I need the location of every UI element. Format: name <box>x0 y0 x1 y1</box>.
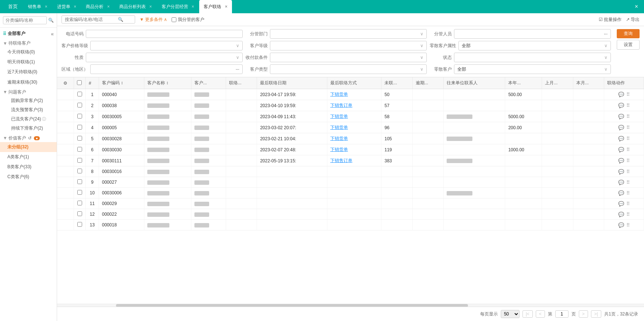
grid-action-icon[interactable]: ⠿ <box>626 201 630 207</box>
row-checkbox[interactable] <box>77 103 82 107</box>
tab-customer-segment[interactable]: 客户分层经营 × <box>157 0 199 13</box>
chat-icon[interactable]: 💬 <box>618 158 624 163</box>
page-size-select[interactable]: 50 100 200 <box>501 310 520 318</box>
sidebar-search-icon[interactable]: 🔍 <box>48 18 54 23</box>
customer-level-select[interactable]: ∨ <box>270 41 427 50</box>
sidebar-item-tomorrow[interactable]: 明天待联络(1) <box>0 57 57 67</box>
chat-icon[interactable]: 💬 <box>618 147 624 152</box>
sidebar-item-group-b[interactable]: B类客户(33) <box>0 162 57 172</box>
filter-search-box[interactable]: 🔍 <box>61 15 135 24</box>
row-checkbox[interactable] <box>77 114 82 119</box>
grid-action-icon[interactable]: ⠿ <box>626 147 630 152</box>
dept-select[interactable]: ∨ <box>270 29 427 39</box>
region-select[interactable]: ··· <box>90 64 243 74</box>
first-page-btn[interactable]: |< <box>522 310 533 318</box>
phone-input[interactable] <box>86 30 243 38</box>
sidebar-item-overdue[interactable]: 逾期未联络(30) <box>0 77 57 87</box>
chat-icon[interactable]: 💬 <box>618 169 624 174</box>
th-code[interactable]: 客户编码 ↕ <box>99 77 144 89</box>
row-checkbox[interactable] <box>77 169 82 173</box>
batch-ops-btn[interactable]: ☑ 批量操作 <box>599 17 622 23</box>
filter-search-input[interactable] <box>65 17 116 22</box>
row-checkbox[interactable] <box>77 211 82 216</box>
refresh-icon[interactable]: ↺ <box>28 135 32 141</box>
query-button[interactable]: 查询 <box>617 29 640 38</box>
sidebar-item-lost[interactable]: 已流失客户(24) ⓘ <box>0 114 57 124</box>
tab-customer-contact[interactable]: 客户联络 × <box>199 0 232 13</box>
chat-icon[interactable]: 💬 <box>618 222 624 228</box>
nature-select[interactable]: ∨ <box>86 53 243 62</box>
grid-action-icon[interactable]: ⠿ <box>626 103 630 108</box>
manager-select[interactable]: ··· <box>454 29 611 39</box>
grid-action-icon[interactable]: ⠿ <box>626 190 630 196</box>
tab-sales[interactable]: 销售单 × <box>24 0 52 13</box>
chat-icon[interactable]: 💬 <box>618 190 624 196</box>
row-checkbox[interactable] <box>77 125 82 130</box>
sidebar-item-abnormal[interactable]: 固购异常客户(2) <box>0 96 57 105</box>
sidebar-item-group-a[interactable]: A类客户(1) <box>0 152 57 162</box>
filter-search-icon[interactable]: 🔍 <box>118 17 123 22</box>
th-name[interactable]: 客户名称 ↕ <box>144 77 191 89</box>
row-checkbox[interactable] <box>77 201 82 205</box>
chat-icon[interactable]: 💬 <box>618 92 624 97</box>
close-analysis-list-tab[interactable]: × <box>149 4 152 9</box>
customer-type-select[interactable]: ∨ <box>270 64 427 74</box>
th-settings[interactable]: ⚙ <box>57 77 74 89</box>
grid-action-icon[interactable]: ⠿ <box>626 169 630 174</box>
close-all-btn[interactable]: × <box>632 3 641 10</box>
status-select[interactable]: ∨ <box>454 53 611 62</box>
row-checkbox[interactable] <box>77 136 82 141</box>
sidebar-item-week[interactable]: 近7天待联络(0) <box>0 67 57 77</box>
row-checkbox[interactable] <box>77 190 82 195</box>
sidebar-search-input[interactable] <box>3 16 47 24</box>
grid-action-icon[interactable]: ⠿ <box>626 212 630 217</box>
sidebar-item-churn-risk[interactable]: 流失预警客户(3) <box>0 105 57 114</box>
chat-icon[interactable]: 💬 <box>618 136 624 141</box>
row-checkbox[interactable] <box>77 158 82 163</box>
tab-analysis-list[interactable]: 商品分析列表 × <box>115 0 156 13</box>
reset-button[interactable]: 设置 <box>617 40 640 50</box>
prev-page-btn[interactable]: < <box>536 310 545 318</box>
sidebar-item-declining[interactable]: 持续下滑客户(2) <box>0 124 57 133</box>
chat-icon[interactable]: 💬 <box>618 212 624 217</box>
row-checkbox[interactable] <box>77 92 82 96</box>
all-customers-header[interactable]: ⠿ 全部客户 « <box>0 28 57 38</box>
retail-attr-select[interactable]: 全部∨ <box>458 41 611 50</box>
last-page-btn[interactable]: >| <box>591 310 601 318</box>
grid-action-icon[interactable]: ⠿ <box>626 114 630 119</box>
more-conditions-btn[interactable]: ▼ 更多条件 ∧ <box>140 17 167 23</box>
grid-action-icon[interactable]: ⠿ <box>626 158 630 163</box>
close-sales-tab[interactable]: × <box>45 4 47 9</box>
grid-action-icon[interactable]: ⠿ <box>626 222 630 228</box>
close-customer-segment-tab[interactable]: × <box>191 4 194 9</box>
chat-icon[interactable]: 💬 <box>618 201 624 207</box>
export-btn[interactable]: ↗ 导出 <box>626 17 640 23</box>
grid-action-icon[interactable]: ⠿ <box>626 136 630 141</box>
payment-select[interactable]: ∨ <box>270 53 427 62</box>
chat-icon[interactable]: 💬 <box>618 180 624 185</box>
row-checkbox[interactable] <box>77 222 82 227</box>
my-customers-check[interactable] <box>172 17 176 22</box>
select-all-checkbox[interactable] <box>77 80 82 85</box>
chat-icon[interactable]: 💬 <box>618 103 624 108</box>
chat-icon[interactable]: 💬 <box>618 125 624 130</box>
sidebar-item-group-c[interactable]: C类客户(6) <box>0 172 57 182</box>
sidebar-item-today[interactable]: 今天待联络(0) <box>0 47 57 57</box>
row-checkbox[interactable] <box>77 179 82 184</box>
tab-analysis[interactable]: 商品分析 × <box>81 0 114 13</box>
next-page-btn[interactable]: > <box>579 310 588 318</box>
tab-purchase[interactable]: 进货单 × <box>53 0 81 13</box>
grid-action-icon[interactable]: ⠿ <box>626 92 630 97</box>
my-customers-checkbox[interactable]: 我分管的客户 <box>172 17 204 23</box>
price-level-select[interactable]: ∨ <box>90 41 243 50</box>
close-purchase-tab[interactable]: × <box>74 4 76 9</box>
sidebar-collapse-btn[interactable]: « <box>51 31 54 37</box>
close-analysis-tab[interactable]: × <box>107 4 110 9</box>
scroll-bar-area[interactable] <box>57 304 644 307</box>
close-customer-contact-tab[interactable]: × <box>225 4 228 9</box>
retail-select[interactable]: 全部∨ <box>454 64 611 74</box>
row-checkbox[interactable] <box>77 147 82 152</box>
grid-action-icon[interactable]: ⠿ <box>626 125 630 130</box>
grid-action-icon[interactable]: ⠿ <box>626 180 630 185</box>
chat-icon[interactable]: 💬 <box>618 114 624 119</box>
